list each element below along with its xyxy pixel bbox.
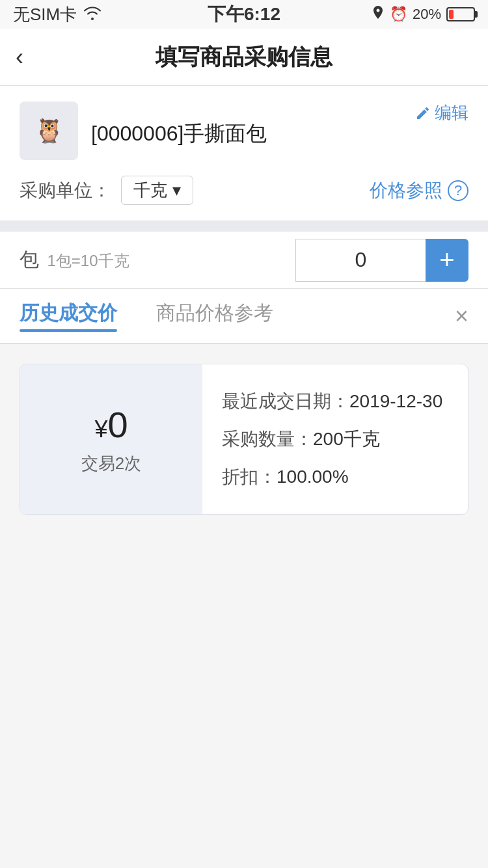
- tabs-close-button[interactable]: ×: [455, 303, 468, 330]
- edit-button[interactable]: 编辑: [415, 102, 468, 124]
- nav-bar: ‹ 填写商品采购信息: [0, 29, 488, 86]
- product-left: 🦉 [0000006]手撕面包: [20, 102, 267, 160]
- price-detail-date: 最近成交日期：2019-12-30: [222, 388, 448, 415]
- quantity-row: 包 1包=10千克 +: [0, 232, 488, 289]
- product-thumbnail: 🦉: [20, 102, 78, 160]
- tab-history-price[interactable]: 历史成交价: [20, 300, 117, 332]
- product-top: 🦉 [0000006]手撕面包 编辑: [20, 102, 468, 160]
- battery-icon: [446, 7, 475, 21]
- carrier-text: 无SIM卡: [13, 3, 77, 26]
- price-left-panel: ¥0 交易2次: [20, 364, 202, 514]
- unit-section: 采购单位： 千克 ▾: [20, 176, 193, 205]
- price-card-container: ¥0 交易2次 最近成交日期：2019-12-30 采购数量：200千克 折扣：…: [0, 344, 488, 534]
- main-content: ¥0 交易2次 最近成交日期：2019-12-30 采购数量：200千克 折扣：…: [0, 344, 488, 800]
- owl-icon: 🦉: [34, 117, 64, 144]
- status-right: ⏰ 20%: [372, 5, 475, 24]
- price-right-panel: 最近成交日期：2019-12-30 采购数量：200千克 折扣：100.00%: [202, 364, 468, 514]
- status-bar: 无SIM卡 下午6:12 ⏰ 20%: [0, 0, 488, 29]
- status-left: 无SIM卡: [13, 3, 102, 26]
- divider-band: [0, 221, 488, 232]
- price-amount: ¥0: [94, 403, 128, 446]
- nav-title: 填写商品采购信息: [156, 42, 332, 72]
- product-bottom: 采购单位： 千克 ▾ 价格参照 ?: [20, 176, 468, 205]
- dropdown-arrow-icon: ▾: [172, 180, 181, 200]
- quantity-plus-button[interactable]: +: [426, 239, 468, 282]
- tabs-header: 历史成交价 商品价格参考 ×: [0, 289, 488, 344]
- tab-product-price-ref[interactable]: 商品价格参考: [156, 300, 273, 332]
- quantity-unit-note: 1包=10千克: [47, 252, 129, 269]
- price-ref-button[interactable]: 价格参照 ?: [370, 178, 468, 203]
- tabs-list: 历史成交价 商品价格参考: [20, 300, 273, 332]
- unit-selector[interactable]: 千克 ▾: [121, 176, 193, 205]
- quantity-label-section: 包 1包=10千克: [20, 247, 129, 273]
- quantity-unit: 包: [20, 249, 39, 270]
- unit-label: 采购单位：: [20, 178, 111, 203]
- alarm-icon: ⏰: [390, 6, 407, 23]
- price-amount-num: 0: [107, 404, 128, 445]
- tabs-container: 历史成交价 商品价格参考 ×: [0, 289, 488, 344]
- battery-percent: 20%: [413, 6, 441, 23]
- status-time: 下午6:12: [208, 2, 280, 27]
- back-button[interactable]: ‹: [16, 44, 23, 71]
- price-detail-qty: 采购数量：200千克: [222, 426, 448, 453]
- price-ref-help-icon: ?: [448, 180, 468, 201]
- location-icon: [372, 5, 385, 24]
- quantity-control: +: [295, 239, 468, 282]
- battery-fill: [449, 10, 454, 19]
- price-card: ¥0 交易2次 最近成交日期：2019-12-30 采购数量：200千克 折扣：…: [20, 364, 468, 515]
- wifi-icon: [83, 5, 102, 25]
- product-name: [0000006]手撕面包: [91, 120, 267, 148]
- price-currency: ¥: [94, 416, 107, 442]
- product-card: 🦉 [0000006]手撕面包 编辑 采购单位： 千克 ▾ 价格参照 ?: [0, 86, 488, 221]
- quantity-input[interactable]: [295, 239, 426, 282]
- price-detail-discount: 折扣：100.00%: [222, 463, 448, 491]
- price-trade-count: 交易2次: [81, 452, 141, 475]
